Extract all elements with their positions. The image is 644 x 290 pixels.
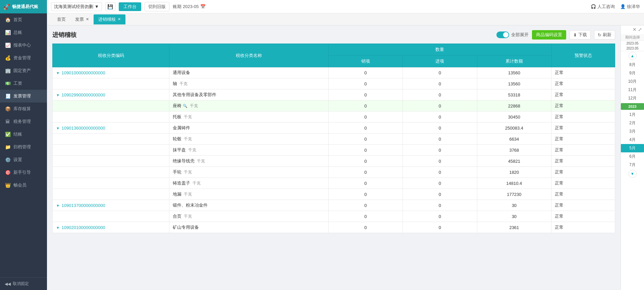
month-2[interactable]: 2月 — [621, 119, 644, 127]
close-panel-icon[interactable]: ✕ — [633, 27, 637, 32]
tab-reconcile[interactable]: 进销稽核 ✕ — [94, 14, 125, 24]
table-cell-purchase: 0 — [403, 189, 477, 200]
pin-icon: ◀◀ — [5, 282, 11, 286]
download-button[interactable]: ⬇ 下载 — [570, 30, 591, 40]
table-cell-sales: 0 — [328, 112, 402, 123]
month-8[interactable]: 8月 — [621, 61, 644, 69]
table-cell-total: 6634 — [477, 134, 551, 145]
tab-invoice[interactable]: 发票 ✕ — [70, 14, 94, 24]
download-label: 下载 — [578, 32, 587, 38]
month-5[interactable]: 5月 — [621, 144, 644, 152]
table-cell-status: 正常 — [551, 167, 615, 178]
collapse-icon[interactable]: ▼ — [56, 71, 60, 75]
table-cell-name: 座椅🔍 千克 — [169, 100, 329, 112]
sidebar-item-label: 归档管理 — [13, 144, 31, 150]
toggle-thumb — [503, 32, 508, 38]
download-icon: ⬇ — [573, 32, 577, 38]
topbar: 沈海英测试经营勿删 ▼ 💾 工作台 切到旧版 账期 2023-05 📅 🎧 人工… — [47, 0, 644, 13]
scroll-down-button[interactable]: ▼ — [629, 170, 637, 178]
table-cell-sales: 0 — [328, 211, 402, 222]
sidebar-item-label: 首页 — [13, 17, 22, 23]
funds-icon: 💰 — [5, 55, 11, 61]
product-code-setting-button[interactable]: 商品编码设置 — [532, 30, 566, 40]
sidebar-item-funds[interactable]: 💰 资金管理 — [0, 52, 47, 64]
sidebar-item-invoice[interactable]: 🧾 发票管理 — [0, 90, 47, 102]
table-cell-total: 1820 — [477, 167, 551, 178]
collapse-icon[interactable]: ▼ — [56, 93, 60, 97]
save-button[interactable]: 💾 — [105, 2, 115, 11]
th-tax-name: 税收分类名称 — [169, 44, 329, 67]
sidebar-item-label: 发票管理 — [13, 93, 31, 99]
help-button[interactable]: 🎧 人工咨询 — [591, 4, 615, 10]
sidebar-item-tax[interactable]: 🏛 税务管理 — [0, 115, 47, 128]
company-name: 沈海英测试经营勿删 — [54, 4, 93, 10]
sidebar-item-ledger[interactable]: 📊 总账 — [0, 26, 47, 39]
search-small-icon[interactable]: 🔍 — [183, 104, 187, 108]
collapse-icon[interactable]: ▼ — [56, 126, 60, 130]
month-12[interactable]: 12月 — [621, 94, 644, 102]
unpin-button[interactable]: ◀◀ 取消固定 — [0, 277, 47, 290]
table-cell-purchase: 0 — [403, 211, 477, 222]
expand-all-toggle[interactable]: 全部展开 — [496, 31, 529, 38]
sidebar-item-salary[interactable]: 💵 工资 — [0, 77, 47, 90]
table-cell-status: 正常 — [551, 112, 615, 123]
right-panel: ✕ ⤢ 期间选择 2023.05 2023.05 ▲ 8月 9月 10月 11月… — [621, 25, 644, 290]
refresh-label: 刷新 — [603, 32, 611, 38]
table-cell-status: 正常 — [551, 100, 615, 112]
reports-icon: 📈 — [5, 43, 11, 48]
month-9[interactable]: 9月 — [621, 69, 644, 77]
sidebar-item-settings[interactable]: ⚙️ 设置 — [0, 153, 47, 166]
tab-reconcile-close[interactable]: ✕ — [118, 17, 121, 21]
save-icon: 💾 — [107, 4, 113, 9]
table-cell-total: 177230 — [477, 189, 551, 200]
collapse-icon[interactable]: ▼ — [56, 204, 60, 208]
content-area: 进销稽核 全部展开 商品编码设置 ⬇ 下载 ↻ 刷 — [47, 25, 644, 290]
month-3[interactable]: 3月 — [621, 127, 644, 136]
toggle-track[interactable] — [496, 31, 509, 38]
company-selector[interactable]: 沈海英测试经营勿删 ▼ — [51, 2, 102, 11]
tab-invoice-close[interactable]: ✕ — [86, 17, 89, 21]
table-cell-purchase: 0 — [403, 178, 477, 189]
sidebar-item-inventory[interactable]: 📦 库存核算 — [0, 102, 47, 115]
sidebar-logo: 🚀 畅捷通易代账 — [0, 0, 47, 13]
sidebar-item-member[interactable]: 👑 畅会员 — [0, 179, 47, 192]
sidebar-item-reports[interactable]: 📈 报表中心 — [0, 39, 47, 52]
sidebar-item-home[interactable]: 🏠 首页 — [0, 13, 47, 26]
table-cell-total: 14810.4 — [477, 178, 551, 189]
scroll-up-button[interactable]: ▲ — [629, 52, 637, 60]
expand-panel-icon[interactable]: ⤢ — [638, 27, 642, 32]
month-6[interactable]: 6月 — [621, 152, 644, 161]
sidebar-item-label: 畅会员 — [13, 182, 26, 188]
month-4[interactable]: 4月 — [621, 136, 644, 144]
month-1[interactable]: 1月 — [621, 111, 644, 119]
workbench-button[interactable]: 工作台 — [119, 2, 141, 11]
tab-home[interactable]: 首页 — [52, 14, 70, 24]
headset-icon: 🎧 — [591, 4, 596, 9]
user-menu[interactable]: 👤 徐泽华 — [620, 4, 640, 10]
month-10[interactable]: 10月 — [621, 77, 644, 86]
table-cell-code — [53, 167, 169, 178]
month-7[interactable]: 7月 — [621, 161, 644, 169]
table-cell-status: 正常 — [551, 156, 615, 167]
page-actions: 全部展开 商品编码设置 ⬇ 下载 ↻ 刷新 — [496, 30, 615, 40]
th-tax-code: 税收分类编码 — [53, 44, 169, 67]
sidebar-item-label: 工资 — [13, 80, 22, 86]
sidebar-item-guide[interactable]: 🎯 新手引导 — [0, 166, 47, 179]
tab-home-label: 首页 — [57, 16, 66, 22]
sidebar-item-settlement[interactable]: ✅ 结账 — [0, 128, 47, 141]
refresh-button[interactable]: ↻ 刷新 — [594, 30, 615, 40]
salary-icon: 💵 — [5, 81, 11, 86]
data-table: 税收分类编码 税收分类名称 数量 预警状态 销项 进项 累计数额 — [52, 44, 615, 233]
table-row: ▼ 109010000000000000 — [53, 67, 169, 78]
collapse-icon[interactable]: ▼ — [56, 226, 60, 230]
sidebar-item-archive[interactable]: 📁 归档管理 — [0, 141, 47, 153]
period-top-2: 2023.05 — [621, 46, 644, 51]
invoice-icon: 🧾 — [5, 93, 11, 99]
member-icon: 👑 — [5, 183, 11, 188]
sidebar-item-label: 设置 — [13, 157, 22, 163]
sidebar-item-assets[interactable]: 🏢 固定资产 — [0, 64, 47, 77]
switch-old-button[interactable]: 切到旧版 — [145, 2, 169, 11]
sidebar-item-label: 报表中心 — [13, 42, 31, 48]
month-11[interactable]: 11月 — [621, 86, 644, 94]
main-area: 沈海英测试经营勿删 ▼ 💾 工作台 切到旧版 账期 2023-05 📅 🎧 人工… — [47, 0, 644, 290]
